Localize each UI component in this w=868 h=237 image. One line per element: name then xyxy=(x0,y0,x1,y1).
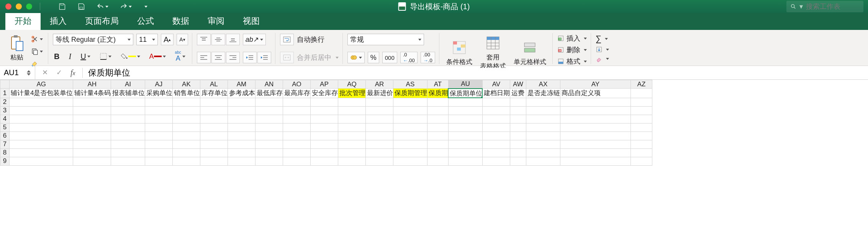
cell-AX8[interactable] xyxy=(526,148,560,157)
cell-AO4[interactable] xyxy=(283,115,310,123)
cell-AR8[interactable] xyxy=(365,148,393,157)
cell-AO9[interactable] xyxy=(283,157,310,165)
name-box[interactable] xyxy=(0,66,35,79)
cell-AV5[interactable] xyxy=(482,123,510,132)
row-header-1[interactable]: 1 xyxy=(0,89,10,98)
cell-AG9[interactable] xyxy=(10,157,73,165)
cell-AO2[interactable] xyxy=(283,98,310,106)
cell-AU1[interactable]: 保质期单位 xyxy=(448,89,482,98)
cell-AX2[interactable] xyxy=(526,98,560,106)
cell-AR1[interactable]: 最新进价 xyxy=(365,89,393,98)
cell-AN8[interactable] xyxy=(255,148,283,157)
cell-AZ6[interactable] xyxy=(631,132,652,140)
conditional-format-button[interactable]: 条件格式 xyxy=(444,38,475,67)
select-all-corner[interactable] xyxy=(0,80,10,89)
align-left-button[interactable] xyxy=(197,52,211,63)
cell-AT5[interactable] xyxy=(427,123,448,132)
percent-button[interactable]: % xyxy=(368,52,379,63)
cell-AY8[interactable] xyxy=(560,148,631,157)
align-top-button[interactable] xyxy=(197,34,211,45)
italic-button[interactable]: I xyxy=(67,51,72,62)
cell-AN6[interactable] xyxy=(255,132,283,140)
col-header-AH[interactable]: AH xyxy=(73,80,111,89)
cell-AX5[interactable] xyxy=(526,123,560,132)
cell-AW4[interactable] xyxy=(510,115,526,123)
cell-AX3[interactable] xyxy=(526,106,560,115)
cell-AY6[interactable] xyxy=(560,132,631,140)
cell-AR5[interactable] xyxy=(365,123,393,132)
tab-视图[interactable]: 视图 xyxy=(234,12,269,30)
sheet-search[interactable]: ▾ xyxy=(786,1,863,12)
cell-AN9[interactable] xyxy=(255,157,283,165)
cell-AG4[interactable] xyxy=(10,115,73,123)
cell-AM6[interactable] xyxy=(228,132,255,140)
cell-AP1[interactable]: 安全库存 xyxy=(310,89,338,98)
col-header-AG[interactable]: AG xyxy=(10,80,73,89)
cell-AQ7[interactable] xyxy=(338,140,365,148)
cell-AK1[interactable]: 销售单位 xyxy=(172,89,200,98)
cell-AT1[interactable]: 保质期 xyxy=(427,89,448,98)
cell-AH9[interactable] xyxy=(73,157,111,165)
cell-AG2[interactable] xyxy=(10,98,73,106)
cell-AK8[interactable] xyxy=(172,148,200,157)
cell-AQ5[interactable] xyxy=(338,123,365,132)
cell-AY3[interactable] xyxy=(560,106,631,115)
col-header-AS[interactable]: AS xyxy=(393,80,427,89)
cell-AZ3[interactable] xyxy=(631,106,652,115)
cell-AV8[interactable] xyxy=(482,148,510,157)
cell-AN4[interactable] xyxy=(255,115,283,123)
cell-AJ9[interactable] xyxy=(145,157,172,165)
border-button[interactable] xyxy=(98,52,113,61)
cell-AJ4[interactable] xyxy=(145,115,172,123)
cell-AZ7[interactable] xyxy=(631,140,652,148)
enter-formula-button[interactable]: ✓ xyxy=(56,68,62,77)
redo-button[interactable] xyxy=(119,2,133,11)
undo-button[interactable] xyxy=(95,2,110,11)
align-bottom-button[interactable] xyxy=(226,34,240,45)
tab-插入[interactable]: 插入 xyxy=(41,12,76,30)
cell-AP6[interactable] xyxy=(310,132,338,140)
cell-AM2[interactable] xyxy=(228,98,255,106)
customize-qat-button[interactable] xyxy=(142,5,149,8)
cell-AT2[interactable] xyxy=(427,98,448,106)
increase-font-button[interactable]: A▴ xyxy=(161,34,174,45)
cell-AO6[interactable] xyxy=(283,132,310,140)
cell-AP2[interactable] xyxy=(310,98,338,106)
formula-input[interactable] xyxy=(83,68,868,78)
col-header-AV[interactable]: AV xyxy=(482,80,510,89)
cell-AU2[interactable] xyxy=(448,98,482,106)
cell-AG5[interactable] xyxy=(10,123,73,132)
cell-AY9[interactable] xyxy=(560,157,631,165)
cell-AL5[interactable] xyxy=(200,123,228,132)
cell-AL3[interactable] xyxy=(200,106,228,115)
copy-button[interactable] xyxy=(30,47,44,56)
cell-AT7[interactable] xyxy=(427,140,448,148)
cell-AH7[interactable] xyxy=(73,140,111,148)
cell-AZ5[interactable] xyxy=(631,123,652,132)
col-header-AI[interactable]: AI xyxy=(111,80,145,89)
tab-公式[interactable]: 公式 xyxy=(128,12,163,30)
cell-AK6[interactable] xyxy=(172,132,200,140)
cell-AL7[interactable] xyxy=(200,140,228,148)
cell-AL6[interactable] xyxy=(200,132,228,140)
cell-AO1[interactable]: 最高库存 xyxy=(283,89,310,98)
cell-AG3[interactable] xyxy=(10,106,73,115)
font-size-combo[interactable]: 11 xyxy=(136,34,158,45)
cell-AH4[interactable] xyxy=(73,115,111,123)
paste-button[interactable]: 粘贴 xyxy=(7,34,27,63)
tab-审阅[interactable]: 审阅 xyxy=(198,12,234,30)
col-header-AZ[interactable]: AZ xyxy=(631,80,652,89)
save-as-button[interactable] xyxy=(57,2,67,11)
save-button[interactable] xyxy=(76,2,86,11)
cell-AR3[interactable] xyxy=(365,106,393,115)
font-color-button[interactable]: A xyxy=(148,52,167,61)
cell-AT4[interactable] xyxy=(427,115,448,123)
underline-button[interactable]: U xyxy=(79,51,91,62)
cell-reference-input[interactable] xyxy=(0,68,27,77)
cell-AG1[interactable]: 辅计量4是否包装单位 xyxy=(10,89,73,98)
cell-AT6[interactable] xyxy=(427,132,448,140)
cell-AU7[interactable] xyxy=(448,140,482,148)
cell-AO5[interactable] xyxy=(283,123,310,132)
cell-AG7[interactable] xyxy=(10,140,73,148)
decrease-font-button[interactable]: A▾ xyxy=(177,34,188,45)
